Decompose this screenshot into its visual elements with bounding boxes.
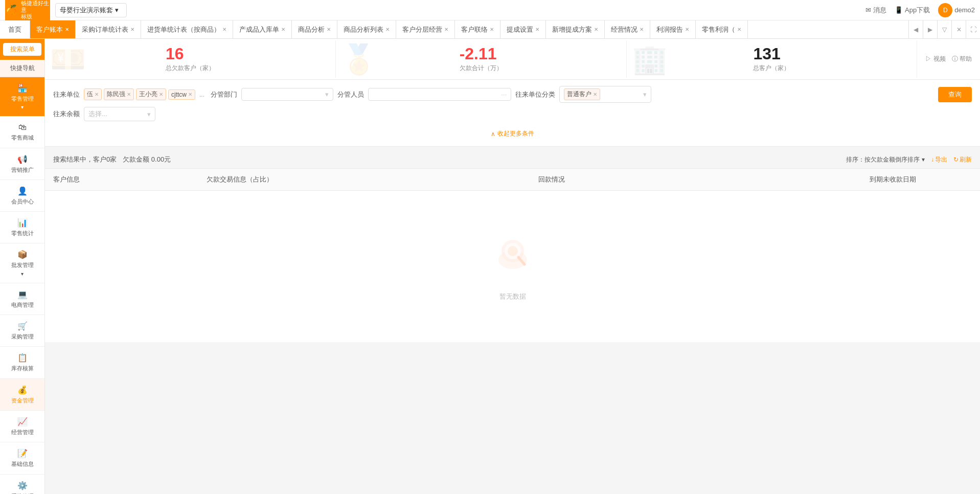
user-avatar[interactable]: D demo2 [938,3,975,17]
sidebar-item-ecommerce[interactable]: 💻 电商管理 [0,283,44,315]
filter-tag-0: 伍 ✕ [84,88,102,100]
nav-prev-btn[interactable]: ◀ [908,20,923,39]
messages-btn[interactable]: ✉ 消息 [865,6,886,15]
query-button[interactable]: 查询 [938,87,972,102]
tab-2[interactable]: 进货单统计表（按商品） ✕ [141,20,233,39]
nav-next-btn[interactable]: ▶ [923,20,937,39]
tab-9[interactable]: 新增提成方案 ✕ [546,20,605,39]
sidebar-item-member-center[interactable]: 👤 会员中心 [0,180,44,212]
chevron-down-icon: ▾ [922,156,925,163]
filter-row-1: 往来单位 伍 ✕ 陈民强 ✕ 王小亮 ✕ cjttcw [53,86,972,103]
marketing-icon: 📢 [17,154,28,164]
stat-label-debt: 欠款合计（万） [460,64,503,73]
sidebar-item-retail-mall[interactable]: 🛍 零售商城 [0,117,44,148]
close-tab-9[interactable]: ✕ [594,27,598,32]
sidebar-item-capital-mgmt[interactable]: 💰 资金管理 [0,379,44,411]
tab-11[interactable]: 利润报告 ✕ [650,20,696,39]
download-icon: 📱 [895,6,903,14]
nav-fullscreen-btn[interactable]: ⛶ [966,20,980,39]
close-tab-10[interactable]: ✕ [640,27,644,32]
table-container: 客户信息 欠款交易信息（占比） 回款情况 到期未收款日期 暂无 [45,169,980,342]
tab-8[interactable]: 提成设置 ✕ [500,20,546,39]
sidebar-item-basic-info[interactable]: 📝 基础信息 [0,442,44,474]
stat-total-clients: 🏢 131 总客户（家） [627,40,918,78]
sort-select[interactable]: 排序：按欠款金额倒序排序 ▾ [846,155,925,164]
refresh-btn[interactable]: ↻ 刷新 [953,155,972,164]
help-link[interactable]: ⓘ 帮助 [952,55,972,63]
close-tab-5[interactable]: ✕ [385,27,390,32]
sidebar-item-wholesale-mgmt[interactable]: 📦 批发管理 ▾ [0,243,44,283]
nav-close-all-btn[interactable]: ✕ [951,20,966,39]
empty-state: 暂无数据 [45,191,980,342]
empty-icon [490,232,536,286]
table-header: 客户信息 欠款交易信息（占比） 回款情况 到期未收款日期 [45,169,980,191]
video-link[interactable]: ▷ 视频 [925,55,945,63]
close-tab-7[interactable]: ✕ [490,27,494,32]
sidebar-item-ops-mgmt[interactable]: 📈 经营管理 [0,411,44,442]
collapse-row: ∧ 收起更多条件 [53,125,972,140]
tab-4[interactable]: 商品分析 ✕ [292,20,337,39]
tab-0[interactable]: 客户账本 ✕ [30,20,76,39]
more-tags-btn[interactable]: ... [197,90,207,99]
retail-mgmt-icon: 🏪 [17,83,28,93]
person-select[interactable]: ··· [368,88,511,101]
sort-label: 排序：按欠款金额倒序排序 [846,155,920,164]
remove-tag-1[interactable]: ✕ [127,92,131,97]
tab-6[interactable]: 客户分层经营 ✕ [396,20,455,39]
tab-7[interactable]: 客户联络 ✕ [455,20,500,39]
remove-category-tag[interactable]: ✕ [593,92,597,97]
video-icon: ▷ [925,55,931,62]
ops-icon: 📈 [17,417,28,426]
avatar: D [938,3,952,17]
sidebar-item-sys-mgmt[interactable]: ⚙️ 系统管理 [0,475,44,494]
balance-select[interactable]: 选择... ▾ [84,107,155,121]
tab-3[interactable]: 产成品入库单 ✕ [233,20,292,39]
close-tab-12[interactable]: ✕ [737,27,741,32]
stats-icon: 📊 [17,218,28,228]
collapse-btn[interactable]: ∧ 收起更多条件 [487,127,538,140]
tab-5[interactable]: 商品分析列表 ✕ [337,20,396,39]
sidebar-item-purchase-mgmt[interactable]: 🛒 采购管理 [0,315,44,347]
demo-selector[interactable]: 母婴行业演示账套 ▾ [55,3,127,17]
close-tab-3[interactable]: ✕ [281,27,285,32]
close-tab-8[interactable]: ✕ [535,27,539,32]
wholesale-icon: 📦 [17,250,28,259]
stat-label-customers: 总欠款客户（家） [166,64,215,73]
sidebar-item-marketing[interactable]: 📢 营销推广 [0,148,44,180]
category-select[interactable]: 普通客户 ✕ ▾ [559,86,651,103]
chevron-icon: ▾ [21,104,24,110]
message-icon: ✉ [865,6,871,14]
remove-tag-0[interactable]: ✕ [95,92,99,97]
refresh-icon: ↻ [953,156,959,163]
close-tab-6[interactable]: ✕ [444,27,448,32]
filter-row-2: 往来余额 选择... ▾ [53,107,972,121]
search-menu-btn[interactable]: 搜索菜单 [3,43,41,56]
close-tab-2[interactable]: ✕ [222,27,226,32]
member-icon: 👤 [17,186,28,196]
logo-text: 畅捷通好生意 标版 [21,0,50,20]
close-tab-1[interactable]: ✕ [130,27,134,32]
retail-mall-icon: 🛍 [18,123,27,132]
quick-nav-btn[interactable]: 快捷导航 [0,60,44,77]
nav-expand-btn[interactable]: ▽ [937,20,951,39]
remove-tag-2[interactable]: ✕ [159,92,163,97]
tab-10[interactable]: 经营情况 ✕ [605,20,650,39]
col-header-0: 客户信息 [53,174,207,185]
remove-tag-3[interactable]: ✕ [188,92,192,97]
close-tab-4[interactable]: ✕ [327,27,331,32]
tab-home[interactable]: 首页 [0,20,30,39]
tab-12[interactable]: 零售利润（ ✕ [696,20,748,39]
app-download-btn[interactable]: 📱 App下载 [895,6,930,15]
sidebar-item-retail-mgmt[interactable]: 🏪 零售管理 ▾ [0,77,44,117]
close-tab-11[interactable]: ✕ [685,27,689,32]
category-label: 往来单位分类 [515,90,555,99]
sidebar-item-inventory[interactable]: 📋 库存核算 [0,347,44,378]
sidebar-item-retail-stats[interactable]: 📊 零售统计 [0,212,44,243]
col-header-3: 到期未收款日期 [870,174,972,185]
dept-select[interactable]: ▾ [241,88,333,101]
result-summary: 搜索结果中，客户0家 [53,155,117,164]
stat-number-debt: -2.11 [460,46,503,62]
close-tab-0[interactable]: ✕ [65,27,69,32]
export-btn[interactable]: ↓ 导出 [931,155,947,164]
tab-1[interactable]: 采购订单统计表 ✕ [76,20,141,39]
